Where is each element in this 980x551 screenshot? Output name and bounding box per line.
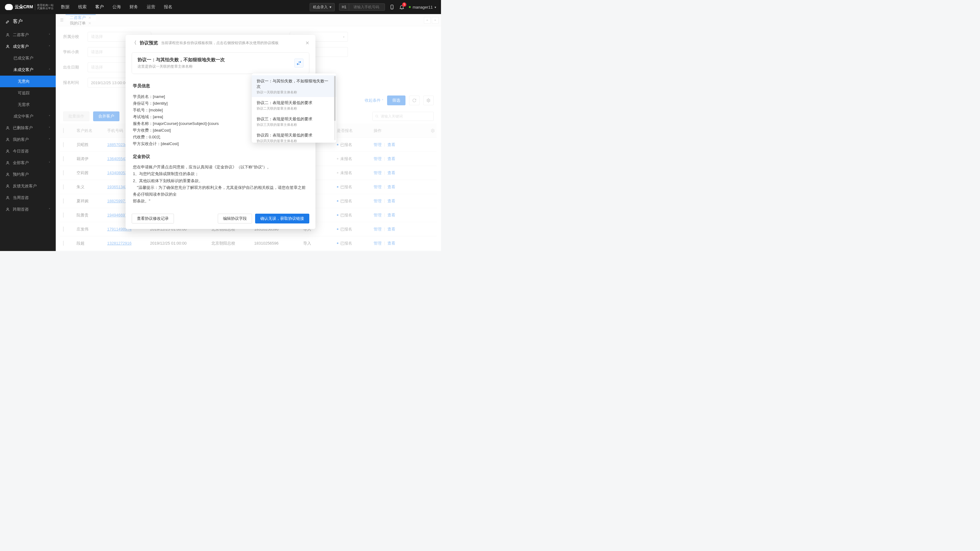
view-history-button[interactable]: 查看协议修改记录	[132, 214, 174, 224]
notification-badge: 5	[402, 2, 406, 7]
agreement-dropdown: 协议一：与其怕失败，不如狠狠地失败一次协议一关联的签章主体名称协议二：表现是明天…	[252, 73, 336, 143]
chevron-down-icon: ˅	[49, 115, 50, 118]
selected-agreement-title: 协议一：与其怕失败，不如狠狠地失败一次	[137, 57, 225, 63]
chevron-down-icon: ˅	[49, 161, 50, 165]
nav-item-1[interactable]: 线索	[78, 4, 87, 10]
phone-search: H1	[339, 3, 385, 11]
nav-item-2[interactable]: 客户	[95, 4, 104, 10]
sidebar-item-1[interactable]: 成交客户˄	[0, 41, 56, 52]
chevron-down-icon: ˅	[49, 33, 50, 37]
switch-agreement-button[interactable]	[294, 59, 304, 68]
device-icon[interactable]	[389, 4, 395, 10]
svg-point-10	[7, 196, 9, 198]
user-icon	[5, 184, 10, 188]
modal-header: 〈 协议预览 当前课程您有多份协议模板权限，点击右侧按钮切换本次使用的协议模板 …	[126, 35, 315, 50]
confirm-link-button[interactable]: 确认无误，获取协议链接	[255, 214, 309, 224]
svg-point-4	[7, 126, 9, 128]
dropdown-item-1[interactable]: 协议二：表现是明天最低的要求协议二关联的签章主体名称	[252, 97, 336, 113]
sidebar-item-13[interactable]: 反馈无效客户	[0, 180, 56, 192]
sidebar-item-10[interactable]: 今日首咨	[0, 145, 56, 157]
nav-item-5[interactable]: 运营	[147, 4, 155, 10]
modal-footer: 查看协议修改记录 编辑协议字段 确认无误，获取协议链接	[126, 210, 315, 229]
edit-fields-button[interactable]: 编辑协议字段	[218, 214, 252, 224]
sidebar-item-8[interactable]: 已删除客户˅	[0, 122, 56, 134]
nav-item-4[interactable]: 财务	[130, 4, 138, 10]
chevron-down-icon: ˅	[49, 126, 50, 130]
user-icon	[5, 137, 10, 142]
svg-point-7	[7, 161, 9, 163]
logo-sub: 教育机构一站 式服务云平台	[35, 4, 54, 10]
dropdown-item-2[interactable]: 协议三：表现是明天最低的要求协议三关联的签章主体名称	[252, 113, 336, 130]
sidebar-item-0[interactable]: 二咨客户˅	[0, 29, 56, 41]
status-dot-icon	[409, 6, 411, 8]
sidebar-item-14[interactable]: 当周首咨	[0, 192, 56, 203]
switch-icon	[296, 60, 301, 65]
sidebar-item-15[interactable]: 跨期首咨˅	[0, 203, 56, 215]
user-icon	[5, 207, 10, 211]
modal-title: 协议预览	[140, 40, 158, 46]
chevron-down-icon: ˅	[49, 138, 50, 141]
close-icon[interactable]: ✕	[305, 40, 309, 46]
sidebar-item-7[interactable]: 成交中客户˅	[0, 111, 56, 122]
logo: 云朵CRM 教育机构一站 式服务云平台	[5, 4, 54, 10]
sidebar-item-4[interactable]: 无意向	[0, 76, 56, 87]
para-line: 1、与您约定免除或限制责任的条款；	[133, 170, 308, 177]
svg-point-9	[7, 184, 9, 186]
para-line: "温馨提示：为了确保您充分了解双方的权利义务，尤其是保护自己的相关权益，请您在签…	[133, 184, 308, 198]
topbar-right: 机会录入 ▾ H1 5 manager11 ▾	[310, 3, 436, 11]
topbar: 云朵CRM 教育机构一站 式服务云平台 数据线索客户公海财务运营报名 机会录入 …	[0, 0, 441, 14]
para-line: 您在申请账户开通点击同意前，应当认真阅读《定金协议》（以下称"协议"）。	[133, 164, 308, 170]
dropdown-item-3[interactable]: 协议四：表现是明天最低的要求协议四关联的签章主体名称	[252, 130, 336, 143]
nav-item-3[interactable]: 公海	[112, 4, 121, 10]
sidebar-item-3[interactable]: 未成交客户˄	[0, 64, 56, 76]
nav-item-6[interactable]: 报名	[164, 4, 172, 10]
user-menu[interactable]: manager11 ▾	[409, 5, 436, 10]
agreement-selector-card: 协议一：与其怕失败，不如狠狠地失败一次 这里是协议一关联的签章主体名称	[132, 52, 309, 74]
para-line: 部条款。"	[133, 198, 308, 205]
user-icon	[5, 195, 10, 200]
user-icon	[5, 149, 10, 153]
user-icon	[5, 172, 10, 176]
top-nav: 数据线索客户公海财务运营报名	[61, 4, 172, 10]
svg-point-3	[7, 45, 9, 46]
back-icon[interactable]: 〈	[132, 40, 137, 46]
logo-icon	[5, 4, 13, 10]
selected-agreement-sub: 这里是协议一关联的签章主体名称	[137, 64, 225, 69]
sidebar: 客户 二咨客户˅成交客户˄已成交客户未成交客户˄无意向可追踪无需求成交中客户˅已…	[0, 14, 56, 251]
caret-down-icon: ▾	[434, 5, 436, 9]
logo-text: 云朵CRM	[15, 4, 33, 10]
user-icon	[5, 33, 10, 37]
sidebar-item-5[interactable]: 可追踪	[0, 87, 56, 99]
modal-subtitle: 当前课程您有多份协议模板权限，点击右侧按钮切换本次使用的协议模板	[161, 40, 279, 46]
sidebar-item-11[interactable]: 全部客户˅	[0, 157, 56, 169]
sidebar-item-6[interactable]: 无需求	[0, 99, 56, 111]
caret-down-icon: ▾	[329, 5, 331, 9]
bell-icon[interactable]: 5	[399, 4, 404, 10]
sidebar-item-12[interactable]: 预约客户	[0, 169, 56, 180]
dropdown-scrollbar[interactable]	[334, 76, 336, 140]
dropdown-item-0[interactable]: 协议一：与其怕失败，不如狠狠地失败一次协议一关联的签章主体名称	[252, 75, 336, 97]
para-line: 2、其他以粗体下划线标识的重要条款。	[133, 178, 308, 184]
chevron-up-icon: ˄	[49, 45, 50, 48]
opportunity-entry-select[interactable]: 机会录入 ▾	[310, 3, 335, 11]
app-root: 云朵CRM 教育机构一站 式服务云平台 数据线索客户公海财务运营报名 机会录入 …	[0, 0, 441, 251]
svg-point-2	[7, 33, 9, 35]
h-label[interactable]: H1	[339, 4, 349, 10]
svg-point-8	[7, 173, 9, 175]
sidebar-header: 客户	[0, 14, 56, 29]
sidebar-item-9[interactable]: 我的客户˅	[0, 134, 56, 145]
user-icon	[5, 44, 10, 49]
svg-point-6	[7, 150, 9, 151]
svg-point-5	[7, 138, 9, 140]
phone-input[interactable]	[351, 4, 385, 10]
section-deposit: 定金协议	[133, 153, 308, 160]
chevron-up-icon: ˄	[49, 68, 50, 71]
edit-icon	[5, 20, 10, 24]
nav-item-0[interactable]: 数据	[61, 4, 70, 10]
sidebar-item-2[interactable]: 已成交客户	[0, 52, 56, 64]
user-icon	[5, 161, 10, 165]
svg-point-11	[7, 208, 9, 210]
user-icon	[5, 126, 10, 130]
chevron-down-icon: ˅	[49, 208, 50, 211]
